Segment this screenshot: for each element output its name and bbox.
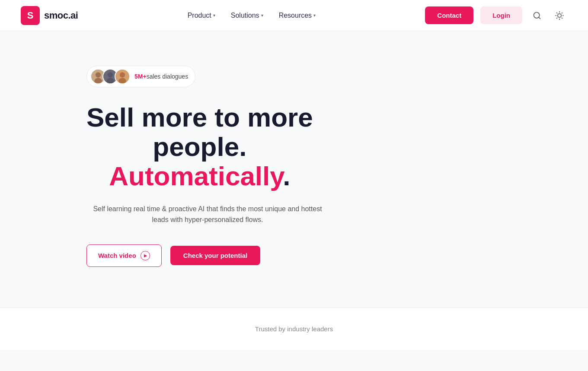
nav-actions: Contact Login xyxy=(425,6,567,24)
nav-item-resources[interactable]: Resources ▾ xyxy=(279,12,316,19)
theme-toggle-button[interactable] xyxy=(552,8,567,23)
hero-subtitle: Self learning real time & proactive AI t… xyxy=(86,203,329,225)
social-proof-badge: 5M+sales dialogues xyxy=(86,66,195,87)
navbar: S smoc.ai Product ▾ Solutions ▾ Resource… xyxy=(0,0,588,31)
logo-text: smoc.ai xyxy=(44,10,78,21)
sun-icon xyxy=(555,11,564,20)
social-proof-count: 5M+ xyxy=(134,73,147,80)
svg-line-1 xyxy=(539,17,540,19)
logo-icon: S xyxy=(21,6,40,25)
search-icon xyxy=(533,11,541,20)
play-icon: ▶ xyxy=(141,251,150,260)
watch-video-button[interactable]: Watch video ▶ xyxy=(86,244,162,267)
hero-automatically: Automatically xyxy=(109,161,283,191)
hero-headline: Sell more to more people. Automatically. xyxy=(86,103,313,191)
hero-section: 5M+sales dialogues Sell more to more peo… xyxy=(0,31,588,308)
hero-buttons: Watch video ▶ Check your potential xyxy=(86,244,260,267)
chevron-down-icon: ▾ xyxy=(313,13,316,18)
nav-item-solutions[interactable]: Solutions ▾ xyxy=(231,12,263,19)
check-potential-button[interactable]: Check your potential xyxy=(170,246,260,265)
social-proof-text: 5M+sales dialogues xyxy=(134,73,188,80)
svg-point-18 xyxy=(120,72,125,77)
svg-line-10 xyxy=(562,13,562,13)
nav-item-product[interactable]: Product ▾ xyxy=(188,12,215,19)
login-button[interactable]: Login xyxy=(480,6,522,24)
chevron-down-icon: ▾ xyxy=(213,13,215,18)
svg-point-19 xyxy=(118,78,126,84)
svg-point-16 xyxy=(106,78,114,84)
contact-button[interactable]: Contact xyxy=(425,6,473,24)
avatar xyxy=(115,69,130,84)
svg-point-15 xyxy=(108,72,113,77)
svg-point-13 xyxy=(94,78,102,84)
svg-line-5 xyxy=(557,13,557,13)
trusted-section: Trusted by industry leaders xyxy=(0,308,588,350)
chevron-down-icon: ▾ xyxy=(261,13,263,18)
svg-line-6 xyxy=(562,18,562,18)
avatar-group xyxy=(90,69,130,84)
svg-line-9 xyxy=(557,18,557,18)
svg-point-2 xyxy=(558,13,561,17)
svg-point-12 xyxy=(96,72,101,77)
avatar-image xyxy=(115,69,129,84)
nav-menu: Product ▾ Solutions ▾ Resources ▾ xyxy=(188,12,316,19)
search-button[interactable] xyxy=(529,8,545,23)
logo-link[interactable]: S smoc.ai xyxy=(21,6,78,25)
trusted-label: Trusted by industry leaders xyxy=(21,325,567,333)
